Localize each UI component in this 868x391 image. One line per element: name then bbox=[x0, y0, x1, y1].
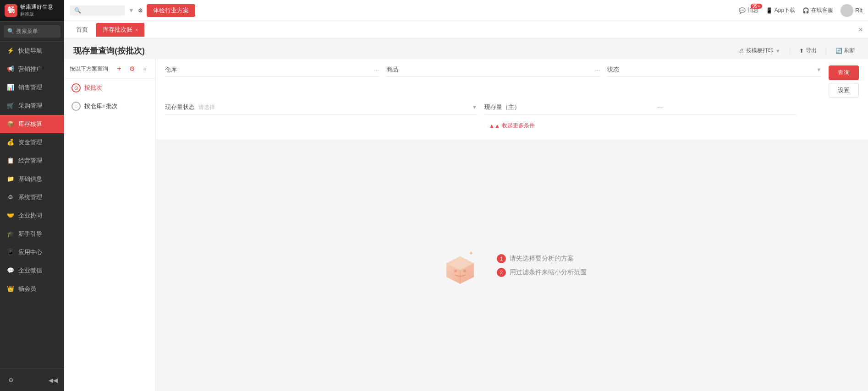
message-btn[interactable]: 💬 消息 99+ bbox=[739, 6, 758, 14]
industry-btn[interactable]: 体验行业方案 bbox=[147, 4, 195, 17]
tab-home[interactable]: 首页 bbox=[70, 23, 94, 37]
svg-point-3 bbox=[454, 270, 457, 272]
sidebar-item-quick-nav[interactable]: ⚡ 快捷导航 bbox=[0, 42, 64, 60]
refresh-btn[interactable]: 🔄 刷新 bbox=[832, 45, 859, 56]
tip-text-2: 用过滤条件来缩小分析范围 bbox=[510, 268, 587, 277]
filter-area: 仓库 ··· 商品 ··· 状态 bbox=[156, 59, 868, 140]
product-dots[interactable]: ··· bbox=[595, 66, 600, 73]
online-service-btn[interactable]: 🎧 在线客服 bbox=[802, 6, 833, 14]
sidebar-item-enterprise[interactable]: 🤝 企业协同 bbox=[0, 206, 64, 225]
empty-tip-2: 2 用过滤条件来缩小分析范围 bbox=[497, 268, 587, 277]
settings-plan-btn[interactable]: ⚙ bbox=[127, 64, 137, 74]
close-tab-btn[interactable]: × bbox=[858, 26, 863, 34]
add-plan-btn[interactable]: + bbox=[114, 64, 124, 74]
marketing-icon: 📢 bbox=[6, 65, 15, 73]
topbar-actions: 💬 消息 99+ 📱 App下载 🎧 在线客服 Rit bbox=[739, 4, 863, 17]
sidebar-item-label: 经营管理 bbox=[18, 157, 42, 165]
app-download-icon: 📱 bbox=[766, 7, 773, 14]
search-menu-btn[interactable]: 🔍 搜索菜单 bbox=[4, 25, 60, 38]
filter-settings-btn[interactable]: 设置 bbox=[829, 83, 859, 98]
tip-num-2: 2 bbox=[497, 268, 506, 277]
collapse-up-icon: ▲▲ bbox=[489, 123, 500, 129]
collapse-sidebar-btn[interactable]: ◀◀ bbox=[47, 374, 60, 386]
tip-num-1: 1 bbox=[497, 254, 506, 263]
topbar-dropdown-icon[interactable]: ▼ bbox=[128, 7, 134, 14]
sidebar: 畅 畅康通好生意 标准版 🔍 搜索菜单 ⚡ 快捷导航 📢 营销推广 📊 销售管理… bbox=[0, 0, 64, 391]
basics-icon: 📁 bbox=[6, 175, 15, 183]
refresh-icon: 🔄 bbox=[835, 48, 842, 54]
sidebar-item-operations[interactable]: 📋 经营管理 bbox=[0, 152, 64, 170]
sidebar-item-label: 企业微信 bbox=[18, 266, 42, 275]
search-menu-label: 搜索菜单 bbox=[16, 27, 38, 35]
page-header: 现存量查询(按批次) 🖨 按模板打印 ▼ ⬆ 导出 🔄 刷新 bbox=[64, 38, 868, 59]
sidebar-item-label: 应用中心 bbox=[18, 248, 42, 256]
sidebar-item-newuser[interactable]: 🎓 新手引导 bbox=[0, 225, 64, 243]
print-label: 按模板打印 bbox=[746, 47, 774, 54]
topbar-search[interactable]: 🔍 bbox=[70, 5, 125, 16]
query-btn[interactable]: 查询 bbox=[829, 65, 859, 80]
status-dropdown-icon: ▼ bbox=[816, 67, 821, 72]
enterprise-icon: 🤝 bbox=[6, 212, 15, 220]
sidebar-item-label: 畅会员 bbox=[18, 285, 36, 293]
empty-tips: 1 请先选择要分析的方案 2 用过滤条件来缩小分析范围 bbox=[497, 254, 587, 277]
sidebar-item-system[interactable]: ⚙ 系统管理 bbox=[0, 188, 64, 206]
export-icon: ⬆ bbox=[799, 48, 804, 54]
sidebar-item-wechat[interactable]: 💬 企业微信 bbox=[0, 261, 64, 280]
inventory-status-placeholder: 请选择 bbox=[198, 103, 215, 111]
inventory-to-input[interactable] bbox=[666, 104, 797, 111]
tab-close-icon[interactable]: × bbox=[135, 27, 138, 33]
collapse-plan-btn[interactable]: « bbox=[140, 64, 150, 74]
tabs-bar: 首页 库存批次账 × × › bbox=[64, 21, 868, 38]
sidebar-item-label: 营销推广 bbox=[18, 65, 42, 73]
sidebar-item-label: 资金管理 bbox=[18, 138, 42, 147]
tab-inventory[interactable]: 库存批次账 × bbox=[96, 23, 144, 37]
topbar: 🔍 ▼ ⚙ 体验行业方案 💬 消息 99+ 📱 App下载 🎧 在线客服 Rit bbox=[64, 0, 868, 21]
plan-warehouse-batch-label: 按仓库+批次 bbox=[84, 102, 118, 110]
sidebar-item-appcenter[interactable]: 📱 应用中心 bbox=[0, 243, 64, 261]
tool-divider-1 bbox=[790, 47, 790, 54]
plan-header-label: 按以下方案查询 bbox=[70, 65, 108, 73]
inventory-status-dropdown-icon: ▼ bbox=[472, 104, 477, 110]
settings-footer-btn[interactable]: ⚙ bbox=[5, 374, 17, 386]
sidebar-item-marketing[interactable]: 📢 营销推广 bbox=[0, 60, 64, 78]
system-icon: ⚙ bbox=[6, 193, 15, 201]
page-header-tools: 🖨 按模板打印 ▼ ⬆ 导出 🔄 刷新 bbox=[735, 45, 859, 56]
sidebar-item-sales[interactable]: 📊 销售管理 bbox=[0, 78, 64, 97]
sidebar-item-basics[interactable]: 📁 基础信息 bbox=[0, 170, 64, 188]
sidebar-item-inventory[interactable]: 📦 库存核算 bbox=[0, 115, 64, 133]
export-btn[interactable]: ⬆ 导出 bbox=[796, 45, 820, 56]
quick-nav-icon: ⚡ bbox=[6, 47, 15, 55]
sidebar-item-purchase[interactable]: 🛒 采购管理 bbox=[0, 97, 64, 115]
app-download-btn[interactable]: 📱 App下载 bbox=[766, 6, 795, 14]
range-dash: — bbox=[657, 104, 663, 111]
settings-gear-btn[interactable]: ⚙ bbox=[138, 7, 143, 14]
print-dropdown-icon[interactable]: ▼ bbox=[775, 48, 780, 54]
sidebar-item-member[interactable]: 👑 畅会员 bbox=[0, 280, 64, 298]
inventory-from-input[interactable] bbox=[524, 104, 654, 111]
empty-tip-1: 1 请先选择要分析的方案 bbox=[497, 254, 587, 263]
svg-text:✦: ✦ bbox=[468, 250, 474, 257]
print-btn[interactable]: 🖨 按模板打印 ▼ bbox=[735, 45, 784, 56]
headset-icon: 🎧 bbox=[802, 7, 809, 14]
plan-item-warehouse-batch[interactable]: ○ 按仓库+批次 bbox=[64, 97, 155, 115]
search-icon: 🔍 bbox=[7, 28, 14, 34]
content-area: 按以下方案查询 + ⚙ « ⊙ 按批次 ○ 按仓库+批次 bbox=[64, 59, 868, 391]
sidebar-item-label: 销售管理 bbox=[18, 83, 42, 92]
sidebar-item-label: 采购管理 bbox=[18, 102, 42, 110]
app-logo: 畅 bbox=[5, 4, 17, 17]
sidebar-item-label: 新手引导 bbox=[18, 230, 42, 238]
warehouse-dots[interactable]: ··· bbox=[374, 66, 379, 73]
sidebar-item-finance[interactable]: 💰 资金管理 bbox=[0, 133, 64, 152]
operations-icon: 📋 bbox=[6, 157, 15, 165]
filter-collapse-btn[interactable]: ▲▲ 收起更多条件 bbox=[165, 118, 859, 133]
plan-item-batch[interactable]: ⊙ 按批次 bbox=[64, 79, 155, 97]
online-service-label: 在线客服 bbox=[811, 6, 833, 14]
status-select[interactable]: ▼ bbox=[623, 67, 821, 72]
finance-icon: 💰 bbox=[6, 138, 15, 147]
right-panel: 仓库 ··· 商品 ··· 状态 bbox=[156, 59, 868, 391]
inventory-status-select[interactable]: 请选择 ▼ bbox=[198, 103, 477, 111]
tip-text-1: 请先选择要分析的方案 bbox=[510, 255, 574, 263]
user-area[interactable]: Rit bbox=[841, 4, 863, 17]
refresh-label: 刷新 bbox=[844, 47, 855, 54]
left-panel-header: 按以下方案查询 + ⚙ « bbox=[64, 59, 155, 79]
